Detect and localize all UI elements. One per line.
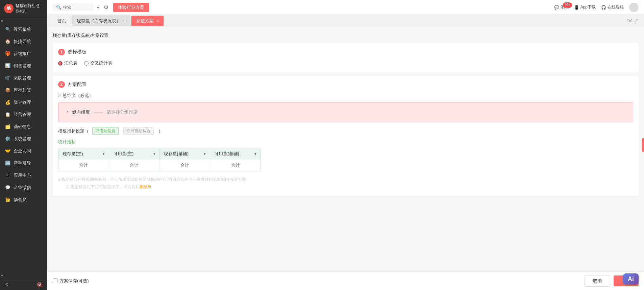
stats-cell-2: 合计 (160, 160, 210, 171)
tip2: 2. 点击标题栏下拉可设置排序、插入列和删除列 (58, 184, 633, 191)
required-mark: * (67, 110, 68, 115)
section1-title: 选择模板 (68, 49, 86, 55)
sidebar-item-finance[interactable]: 💰 资金管理 (0, 96, 47, 108)
sidebar-scroll-down[interactable]: ▼ (0, 273, 47, 279)
tab-home[interactable]: 首页 (53, 16, 71, 26)
tab-inventory-label: 现存量（库存状况表） (77, 18, 121, 24)
trial-button[interactable]: 体验行业方案 (113, 3, 149, 12)
content-area: 现存量(库存状况表)方案设置 1 选择模板 汇总表 交叉统计表 2 (47, 27, 644, 271)
sidebar-item-search-menu[interactable]: 🔍 搜索菜单 (0, 23, 47, 35)
sidebar-item-label: 销售管理 (14, 63, 31, 69)
sidebar-item-wechat[interactable]: 💬 企业微信 (0, 182, 47, 194)
sidebar-item-label: 采购管理 (14, 75, 31, 81)
app-center-icon: 📱 (5, 172, 11, 178)
search-icon: 🔍 (56, 5, 61, 10)
new-guide-icon: 🆕 (5, 160, 11, 166)
section2-number: 2 (58, 81, 65, 88)
sidebar-item-sales[interactable]: 📊 销售管理 (0, 60, 47, 72)
topbar-search-box[interactable]: 🔍 (53, 3, 94, 11)
service-icon: 🎧 (601, 5, 606, 10)
sales-icon: 📊 (5, 63, 11, 69)
radio-summary[interactable]: 汇总表 (58, 60, 77, 66)
stats-col-3[interactable]: 可用量(基辅) ▾ (210, 148, 261, 160)
sidebar-nav: 🔍 搜索菜单 🏠 快捷导航 🎁 营销推广 📊 销售管理 🛒 采购管理 📦 库存核… (0, 23, 47, 273)
stats-cell-0: 合计 (58, 160, 109, 171)
tab-new-plan-label: 新建方案 (136, 18, 154, 24)
stats-col-3-label: 可用量(基辅) (214, 151, 239, 157)
save-option[interactable]: 方案保存(可选) (53, 278, 89, 284)
indicator-settings: 模板指标设定（ 可拖动位置 不可拖动位置 ） (58, 127, 633, 135)
tip2-highlight: 删除列 (140, 185, 152, 189)
sidebar-scroll-up[interactable]: ▲ (0, 17, 47, 23)
purchase-icon: 🛒 (5, 75, 11, 81)
sidebar-item-new-guide[interactable]: 🆕 新手引导 (0, 157, 47, 169)
sidebar-item-label: 搜索菜单 (14, 26, 31, 32)
radio-summary-input[interactable] (58, 61, 63, 66)
section1-number: 1 (58, 49, 65, 55)
tab-inventory-close[interactable]: × (123, 19, 125, 23)
sidebar-item-purchase[interactable]: 🛒 采购管理 (0, 72, 47, 84)
dimension-dash: —— (94, 110, 103, 115)
resize-handle[interactable] (642, 138, 644, 152)
sidebar-item-label: 企业微信 (14, 185, 31, 191)
message-icon: 💬 (554, 5, 559, 10)
indicator-settings-suffix: ） (158, 128, 163, 134)
main-area: 🔍 ▾ ⚙ 体验行业方案 💬 消息 99+ 📱 App下载 🎧 在线客服 (47, 0, 644, 290)
message-button[interactable]: 💬 消息 99+ (554, 4, 569, 10)
sidebar-logo: 畅 畅康通好生意 标准版 (0, 0, 47, 17)
sidebar-item-operations[interactable]: 📋 经营管理 (0, 108, 47, 121)
ai-badge[interactable]: Ai (623, 273, 639, 285)
tab-expand-icon[interactable]: ⤢ (634, 18, 639, 24)
stats-col-0[interactable]: 现存量(主) ▾ (58, 148, 109, 160)
stats-cell-3: 合计 (210, 160, 261, 171)
badge-draggable: 可拖动位置 (92, 127, 119, 135)
sidebar-settings-icon[interactable]: ⚙ (5, 282, 9, 287)
app-download-button[interactable]: 📱 App下载 (574, 4, 596, 10)
operations-icon: 📋 (5, 112, 11, 118)
stats-col-2-label: 现存量(基辅) (164, 151, 189, 157)
sidebar-item-quick-nav[interactable]: 🏠 快捷导航 (0, 35, 47, 48)
save-checkbox[interactable] (53, 279, 57, 283)
dimension-placeholder: 请选择分组维度 (107, 109, 138, 115)
sidebar-item-marketing[interactable]: 🎁 营销推广 (0, 48, 47, 60)
tab-inventory-status[interactable]: 现存量（库存状况表） × (72, 16, 130, 26)
sidebar-item-inventory[interactable]: 📦 库存核算 (0, 84, 47, 96)
tab-new-plan[interactable]: 新建方案 × (131, 16, 164, 26)
sidebar-item-label: 快捷导航 (14, 39, 31, 45)
sidebar-item-label: 经营管理 (14, 112, 31, 118)
topbar-dropdown[interactable]: ▾ (97, 5, 99, 10)
search-menu-icon: 🔍 (5, 26, 11, 32)
tab-close-all-icon[interactable]: ✕ (628, 18, 632, 24)
logo-icon: 畅 (4, 4, 14, 13)
stats-table: 现存量(主) ▾ 可用量(主) ▾ 现存量(基辅) ▾ 可用量(基辅) ▾ (58, 148, 261, 171)
col-1-arrow: ▾ (153, 152, 155, 156)
online-service-button[interactable]: 🎧 在线客服 (601, 4, 624, 10)
sidebar: 畅 畅康通好生意 标准版 ▲ 🔍 搜索菜单 🏠 快捷导航 🎁 营销推广 📊 销售… (0, 0, 47, 290)
radio-cross[interactable]: 交叉统计表 (84, 60, 112, 66)
radio-cross-input[interactable] (84, 61, 89, 66)
section2-header: 2 方案配置 (58, 81, 633, 88)
tip2-text: 2. 点击标题栏下拉可设置排序、插入列和 (58, 185, 140, 189)
app-download-label: App下载 (580, 4, 596, 10)
sidebar-item-app-center[interactable]: 📱 应用中心 (0, 169, 47, 182)
topbar-settings-icon[interactable]: ⚙ (104, 4, 108, 10)
sidebar-item-membership[interactable]: 👑 畅会员 (0, 194, 47, 206)
badge-fixed: 不可拖动位置 (123, 127, 154, 135)
stats-col-2[interactable]: 现存量(基辅) ▾ (160, 148, 210, 160)
user-avatar[interactable] (629, 3, 639, 12)
sidebar-item-system[interactable]: ⚙️ 系统管理 (0, 133, 47, 145)
stats-table-body: 合计 合计 合计 合计 (58, 160, 261, 171)
sidebar-item-label: 营销推广 (14, 51, 31, 57)
section2-title: 方案配置 (68, 81, 86, 88)
stats-label: 统计指标 (58, 139, 633, 145)
stats-col-1[interactable]: 可用量(主) ▾ (109, 148, 160, 160)
wechat-icon: 💬 (5, 185, 11, 191)
tab-new-plan-close[interactable]: × (156, 19, 158, 23)
sidebar-item-basic-info[interactable]: 🗂️ 基础信息 (0, 121, 47, 133)
cancel-button[interactable]: 取消 (585, 275, 610, 287)
indicator-settings-label: 模板指标设定（ (58, 128, 89, 134)
sidebar-mute-icon[interactable]: 🔇 (37, 282, 43, 287)
search-input[interactable] (63, 5, 90, 10)
sidebar-item-cooperation[interactable]: 🤝 企业协同 (0, 145, 47, 157)
dimension-box[interactable]: * 纵向维度 —— 请选择分组维度 (58, 102, 633, 122)
